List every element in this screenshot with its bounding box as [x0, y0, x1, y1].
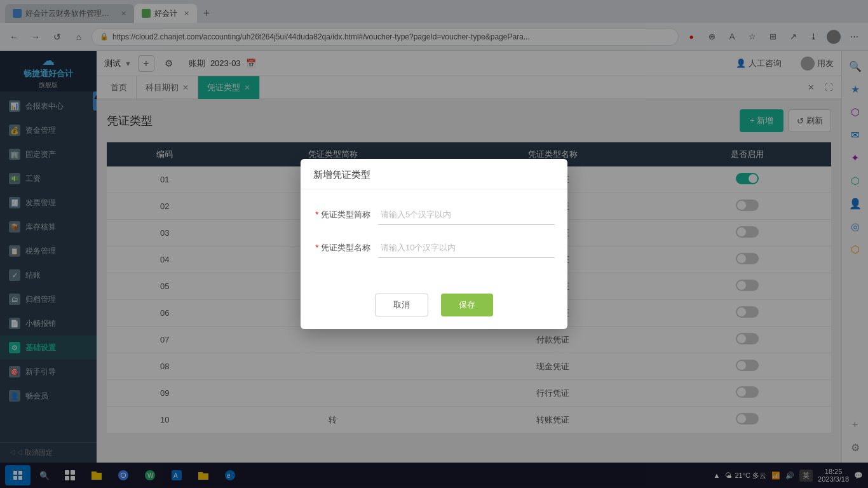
save-button[interactable]: 保存	[441, 294, 493, 316]
add-voucher-type-modal: 新增凭证类型 凭证类型简称 凭证类型名称 取消 保存	[301, 159, 567, 329]
modal-title: 新增凭证类型	[313, 169, 370, 180]
browser-frame: 好会计云财务软件管理系统_会计 ✕ 好会计 ✕ + ← → ↺ ⌂ 🔒 http…	[0, 0, 868, 488]
field-abbr-input[interactable]	[378, 205, 555, 225]
modal-overlay: 新增凭证类型 凭证类型简称 凭证类型名称 取消 保存	[0, 0, 868, 488]
form-row-name: 凭证类型名称	[313, 238, 555, 258]
modal-header: 新增凭证类型	[301, 159, 567, 189]
cancel-button[interactable]: 取消	[375, 294, 428, 316]
form-row-abbr: 凭证类型简称	[313, 205, 555, 225]
field-name-label: 凭证类型名称	[313, 242, 370, 254]
modal-footer: 取消 保存	[301, 286, 567, 329]
field-abbr-label: 凭证类型简称	[313, 209, 370, 220]
field-name-input[interactable]	[378, 238, 555, 258]
modal-body: 凭证类型简称 凭证类型名称	[301, 189, 567, 286]
